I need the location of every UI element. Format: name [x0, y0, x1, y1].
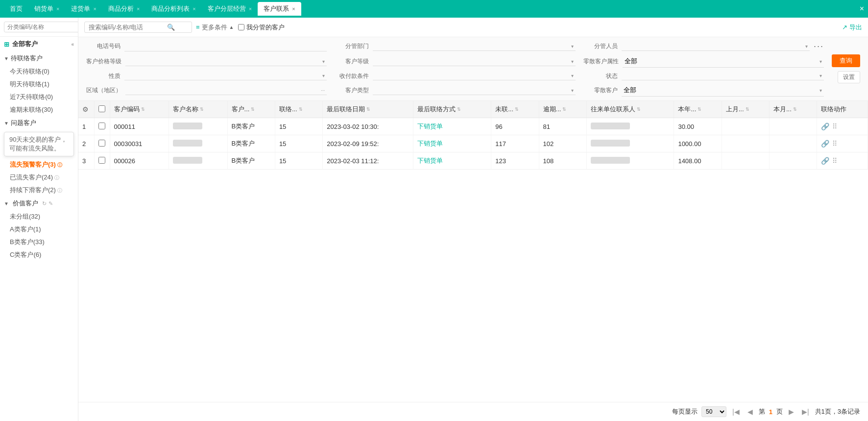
sidebar-item-b-class[interactable]: B类客户(33): [0, 236, 78, 248]
my-customers-checkbox[interactable]: [238, 24, 244, 30]
sidebar-item-tomorrow[interactable]: 明天待联络(1): [0, 78, 78, 91]
sidebar-item-declining[interactable]: 持续下滑客户(2) ⓘ: [0, 184, 78, 197]
sort-contact-person[interactable]: 往来单位联系人 ⇅: [591, 105, 641, 114]
row-checkbox[interactable]: [98, 157, 105, 164]
more-action-icon[interactable]: ⠿: [832, 123, 837, 130]
filter-phone-input[interactable]: [124, 41, 327, 51]
sidebar-item-overdue[interactable]: 逾期未联络(30): [0, 103, 78, 116]
window-close-button[interactable]: ×: [860, 4, 864, 13]
filter-status-select[interactable]: ▾: [622, 72, 824, 80]
my-customers-checkbox-label[interactable]: 我分管的客户: [238, 23, 285, 32]
sort-last-date[interactable]: 最后联络日期 ⇅: [327, 105, 370, 114]
th-settings[interactable]: ⚙: [78, 101, 94, 118]
filter-manager-select[interactable]: ▾: [622, 42, 810, 51]
th-name[interactable]: 客户名称 ⇅: [169, 101, 227, 118]
filter-level-select[interactable]: ▾: [373, 57, 575, 66]
sort-unlink[interactable]: 未联... ⇅: [495, 105, 519, 114]
filter-region-select[interactable]: ···: [125, 86, 327, 95]
search-icon[interactable]: 🔍: [167, 24, 175, 31]
column-settings-icon[interactable]: ⚙: [82, 105, 89, 113]
tab-sales[interactable]: 销货单 ×: [28, 2, 65, 16]
sort-code[interactable]: 客户编码 ⇅: [114, 105, 145, 114]
sort-this-month[interactable]: 本月... ⇅: [773, 105, 797, 114]
th-this-year[interactable]: 本年... ⇅: [674, 101, 722, 118]
last-method-link[interactable]: 下销货单: [417, 123, 443, 130]
th-last-date[interactable]: 最后联络日期 ⇅: [323, 101, 413, 118]
sort-type[interactable]: 客户... ⇅: [232, 105, 255, 114]
sort-last-method[interactable]: 最后联络方式 ⇅: [417, 105, 461, 114]
filter-type-select[interactable]: ▾: [373, 86, 575, 95]
td-checkbox-2[interactable]: [94, 135, 110, 152]
close-icon[interactable]: ×: [249, 6, 252, 12]
sort-name[interactable]: 客户名称 ⇅: [173, 105, 204, 114]
link-action-icon[interactable]: 🔗: [821, 123, 829, 130]
close-icon[interactable]: ×: [137, 6, 140, 12]
th-checkbox[interactable]: [94, 101, 110, 118]
sidebar-item-ungrouped[interactable]: 未分组(32): [0, 210, 78, 223]
settings-button[interactable]: 设置: [838, 71, 860, 83]
filter-scatter2-select[interactable]: 全部 ▾: [622, 84, 824, 97]
collapse-icon[interactable]: «: [71, 42, 74, 47]
filter-payment-select[interactable]: ▾: [373, 72, 575, 80]
filter-scatter-select[interactable]: 全部 ▾: [623, 55, 824, 68]
td-checkbox-1[interactable]: [94, 118, 110, 135]
sidebar-group-pending[interactable]: ▼ 待联络客户: [0, 51, 78, 65]
edit-icon[interactable]: ✎: [48, 200, 53, 207]
tab-customer-layers[interactable]: 客户分层经营 ×: [202, 2, 258, 16]
sidebar-item-7days[interactable]: 近7天待联络(0): [0, 91, 78, 103]
tab-home[interactable]: 首页: [4, 2, 28, 16]
th-contact-person[interactable]: 往来单位联系人 ⇅: [586, 101, 674, 118]
more-action-icon[interactable]: ⠿: [832, 140, 837, 148]
sidebar-search-input[interactable]: [4, 22, 78, 32]
more-action-icon[interactable]: ⠿: [832, 157, 837, 165]
more-options-icon[interactable]: ···: [814, 41, 824, 51]
tab-purchase[interactable]: 进货单 ×: [65, 2, 102, 16]
close-icon[interactable]: ×: [93, 6, 96, 12]
tab-customer-contact[interactable]: 客户联系 ×: [258, 2, 301, 16]
th-last-method[interactable]: 最后联络方式 ⇅: [413, 101, 491, 118]
search-input[interactable]: [89, 24, 167, 31]
filter-nature-select[interactable]: ▾: [124, 72, 327, 80]
select-all-checkbox[interactable]: [98, 105, 105, 112]
last-method-link[interactable]: 下销货单: [417, 157, 443, 164]
th-overdue[interactable]: 逾期... ⇅: [539, 101, 586, 118]
th-last-month[interactable]: 上月... ⇅: [722, 101, 769, 118]
filter-dept-select[interactable]: ▾: [373, 42, 575, 51]
more-filters-button[interactable]: ≡ 更多条件 ▲: [196, 23, 234, 32]
th-type[interactable]: 客户... ⇅: [227, 101, 275, 118]
prev-page-button[interactable]: ◀: [746, 408, 755, 416]
close-icon[interactable]: ×: [292, 6, 295, 12]
row-checkbox[interactable]: [98, 123, 105, 129]
sidebar-item-c-class[interactable]: C类客户(6): [0, 248, 78, 261]
sort-contact[interactable]: 联络... ⇅: [279, 105, 303, 114]
next-page-button[interactable]: ▶: [787, 408, 796, 416]
sidebar-item-churned[interactable]: 已流失客户(24) ⓘ: [0, 171, 78, 184]
link-action-icon[interactable]: 🔗: [821, 157, 829, 165]
refresh-icon[interactable]: ↻: [42, 200, 47, 207]
close-icon[interactable]: ×: [193, 6, 195, 12]
sort-this-year[interactable]: 本年... ⇅: [678, 105, 701, 114]
export-button[interactable]: ↗ 导出: [842, 23, 862, 32]
first-page-button[interactable]: |◀: [730, 408, 742, 416]
sidebar-item-today[interactable]: 今天待联络(0): [0, 65, 78, 78]
sidebar-all-customers[interactable]: ⊞ 全部客户 «: [0, 37, 78, 51]
sidebar-item-churn-warning[interactable]: 流失预警客户(3) ⓘ: [0, 158, 78, 171]
th-code[interactable]: 客户编码 ⇅: [110, 101, 169, 118]
th-this-month[interactable]: 本月... ⇅: [770, 101, 817, 118]
link-action-icon[interactable]: 🔗: [821, 140, 829, 148]
close-icon[interactable]: ×: [56, 6, 59, 12]
sort-overdue[interactable]: 逾期... ⇅: [543, 105, 567, 114]
td-last-method-1[interactable]: 下销货单: [413, 118, 491, 135]
last-method-link[interactable]: 下销货单: [417, 140, 443, 147]
per-page-select[interactable]: 50 100 200: [701, 406, 726, 417]
th-unlink-days[interactable]: 未联... ⇅: [491, 101, 539, 118]
td-checkbox-3[interactable]: [94, 152, 110, 170]
sidebar-item-a-class[interactable]: A类客户(1): [0, 223, 78, 236]
last-page-button[interactable]: ▶|: [800, 408, 811, 416]
sort-last-month[interactable]: 上月... ⇅: [726, 105, 749, 114]
query-button[interactable]: 查询: [832, 54, 860, 67]
tab-analysis-list[interactable]: 商品分析列表 ×: [145, 2, 201, 16]
td-last-method-3[interactable]: 下销货单: [413, 152, 491, 170]
td-last-method-2[interactable]: 下销货单: [413, 135, 491, 152]
filter-price-select[interactable]: ▾: [125, 57, 327, 66]
